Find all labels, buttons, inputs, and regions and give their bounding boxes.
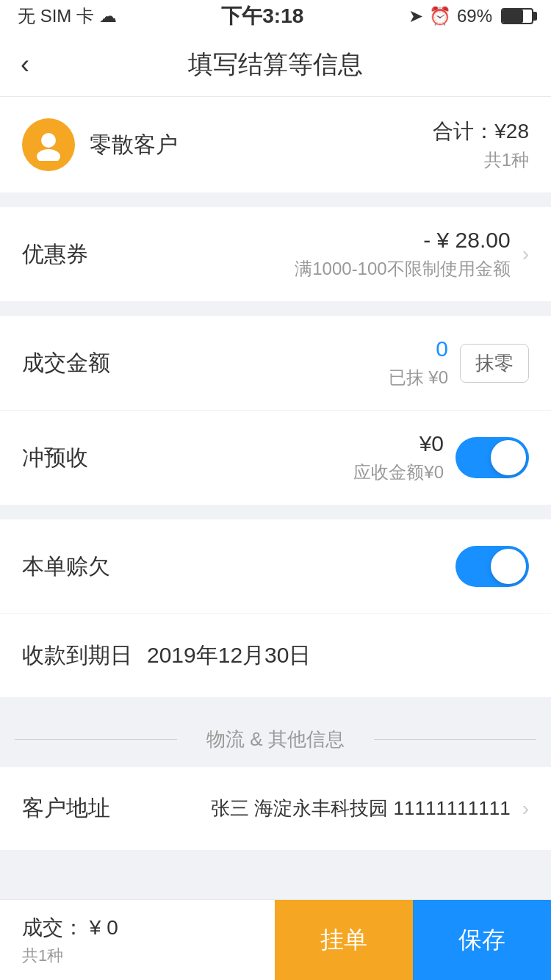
status-right: ➤ ⏰ 69% bbox=[408, 6, 533, 26]
coupon-label: 优惠券 bbox=[22, 239, 88, 270]
due-date-label: 收款到期日 bbox=[22, 641, 132, 671]
footer-count: 共1种 bbox=[22, 945, 253, 967]
prepayment-toggle[interactable] bbox=[455, 437, 529, 478]
coupon-section: 优惠券 - ¥ 28.00 满1000-100不限制使用金额 › bbox=[0, 207, 551, 301]
customer-right: 合计：¥28 共1种 bbox=[433, 118, 529, 172]
customer-icon bbox=[32, 129, 65, 161]
customer-name: 零散客户 bbox=[90, 130, 178, 160]
coupon-value: - ¥ 28.00 bbox=[423, 228, 510, 253]
debt-toggle[interactable] bbox=[455, 546, 529, 587]
address-section: 客户地址 张三 海淀永丰科技园 11111111111 › bbox=[0, 767, 551, 850]
location-icon: ➤ bbox=[408, 6, 423, 26]
save-button[interactable]: 保存 bbox=[413, 900, 551, 980]
footer-info: 成交： ¥ 0 共1种 bbox=[0, 900, 275, 980]
deal-amount-value: 0 bbox=[436, 336, 448, 361]
deal-amount-values: 0 已抹 ¥0 bbox=[389, 336, 448, 389]
customer-left: 零散客户 bbox=[22, 118, 178, 171]
status-bar: 无 SIM 卡 ☁ 下午3:18 ➤ ⏰ 69% bbox=[0, 0, 551, 32]
battery-icon bbox=[501, 8, 533, 24]
prepayment-value: ¥0 bbox=[419, 431, 444, 456]
footer-deal-amount: 成交： ¥ 0 bbox=[22, 914, 253, 942]
customer-section: 零散客户 合计：¥28 共1种 bbox=[0, 97, 551, 192]
footer-deal-label: 成交： bbox=[22, 916, 84, 939]
deal-prepay-section: 成交金额 0 已抹 ¥0 抹零 冲预收 ¥0 应收金额¥0 bbox=[0, 316, 551, 505]
customer-total: 合计：¥28 bbox=[433, 118, 529, 145]
coupon-chevron-icon: › bbox=[522, 242, 529, 266]
address-label: 客户地址 bbox=[22, 793, 110, 824]
coupon-right: - ¥ 28.00 满1000-100不限制使用金额 › bbox=[295, 228, 529, 281]
nav-bar: ‹ 填写结算等信息 bbox=[0, 32, 551, 97]
deal-amount-right: 0 已抹 ¥0 抹零 bbox=[389, 336, 529, 389]
deal-amount-label: 成交金额 bbox=[22, 348, 110, 378]
sim-status: 无 SIM 卡 ☁ bbox=[18, 4, 117, 28]
due-date-value: 2019年12月30日 bbox=[147, 641, 311, 671]
footer-deal-value: ¥ 0 bbox=[90, 916, 118, 939]
address-chevron-icon: › bbox=[522, 797, 529, 821]
customer-count: 共1种 bbox=[433, 148, 529, 172]
due-date-row[interactable]: 收款到期日 2019年12月30日 bbox=[0, 614, 551, 697]
prepayment-label: 冲预收 bbox=[22, 443, 88, 473]
logistics-label: 物流 & 其他信息 bbox=[206, 727, 345, 752]
address-value: 张三 海淀永丰科技园 11111111111 bbox=[211, 796, 511, 821]
hang-order-button[interactable]: 挂单 bbox=[275, 900, 413, 980]
prepayment-right: ¥0 应收金额¥0 bbox=[353, 431, 529, 484]
debt-section: 本单赊欠 收款到期日 2019年12月30日 bbox=[0, 519, 551, 697]
svg-point-1 bbox=[37, 149, 60, 161]
prepayment-sub: 应收金额¥0 bbox=[353, 461, 444, 484]
alarm-icon: ⏰ bbox=[429, 6, 451, 26]
debt-label: 本单赊欠 bbox=[22, 552, 110, 582]
customer-avatar bbox=[22, 118, 75, 171]
content-area: 零散客户 合计：¥28 共1种 优惠券 - ¥ 28.00 满1000-100不… bbox=[0, 97, 551, 945]
prepayment-values: ¥0 应收金额¥0 bbox=[353, 431, 444, 484]
round-zero-button[interactable]: 抹零 bbox=[460, 344, 529, 383]
status-time: 下午3:18 bbox=[221, 2, 303, 30]
status-left: 无 SIM 卡 ☁ bbox=[18, 4, 117, 28]
logistics-line-right bbox=[374, 739, 536, 740]
debt-toggle-knob bbox=[491, 549, 526, 584]
footer: 成交： ¥ 0 共1种 挂单 保存 bbox=[0, 899, 551, 980]
coupon-row[interactable]: 优惠券 - ¥ 28.00 满1000-100不限制使用金额 › bbox=[0, 207, 551, 301]
coupon-sub: 满1000-100不限制使用金额 bbox=[295, 257, 510, 281]
prepayment-row: 冲预收 ¥0 应收金额¥0 bbox=[0, 411, 551, 505]
deal-amount-sub: 已抹 ¥0 bbox=[389, 366, 448, 389]
debt-row: 本单赊欠 bbox=[0, 519, 551, 614]
logistics-line-left bbox=[15, 739, 177, 740]
coupon-amount: - ¥ 28.00 满1000-100不限制使用金额 bbox=[295, 228, 510, 281]
address-right: 张三 海淀永丰科技园 11111111111 › bbox=[211, 796, 529, 821]
back-button[interactable]: ‹ bbox=[21, 49, 29, 80]
address-row[interactable]: 客户地址 张三 海淀永丰科技园 11111111111 › bbox=[0, 767, 551, 850]
page-title: 填写结算等信息 bbox=[188, 48, 363, 82]
svg-point-0 bbox=[41, 133, 56, 148]
logistics-header: 物流 & 其他信息 bbox=[0, 712, 551, 767]
deal-amount-row: 成交金额 0 已抹 ¥0 抹零 bbox=[0, 316, 551, 411]
battery-percent: 69% bbox=[457, 6, 492, 26]
prepayment-toggle-knob bbox=[491, 440, 526, 475]
